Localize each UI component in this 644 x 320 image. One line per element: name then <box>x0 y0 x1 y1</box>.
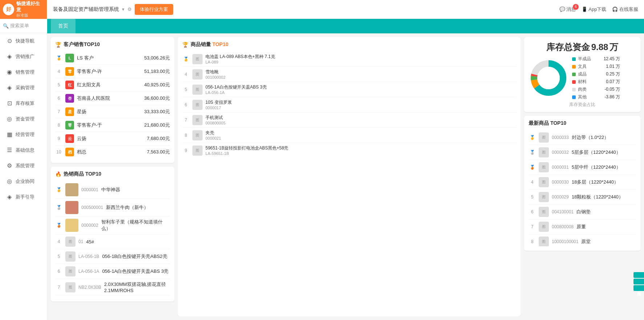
logo-icon: 好 <box>3 4 14 15</box>
sidebar-item-quick-nav[interactable]: ⊙ 快捷导航 <box>0 33 47 49</box>
rank: 🥇 <box>182 57 189 62</box>
rank: 🥈 <box>55 205 62 210</box>
rank: 7 <box>529 224 536 229</box>
donut-chart-area: 半成品 12.45 万 文具 1.01 万 成品 0.25 万 <box>529 56 636 100</box>
rank: 🥉 <box>529 165 536 170</box>
sidebar-item-basic-info[interactable]: ☰ 基础信息 <box>0 142 47 158</box>
rank: 🥇 <box>55 56 62 61</box>
list-item: 5 图 0000029 18颗粒板（1220*2440） <box>529 190 636 205</box>
list-item: 7 图 NB2.0X30B 2.0X30MM双搓花轴,搓花直径2.1MM/ROH… <box>55 279 170 296</box>
list-item: 5 图 056-1A白色按键开关盖ABS 3壳 LA-056-1A <box>182 82 516 97</box>
inventory-sub-label: 库存资金占比 <box>529 102 636 108</box>
sidebar-item-marketing[interactable]: ◈ 营销推广 <box>0 49 47 64</box>
rank: 4 <box>182 72 189 77</box>
sidebar-item-cooperation[interactable]: ◎ 企业协同 <box>0 173 47 189</box>
list-item: 8 零 零售客户-于 21,680.00元 <box>55 119 170 132</box>
rank: 7 <box>55 109 62 114</box>
rank: 7 <box>182 118 189 123</box>
tab-home[interactable]: 首页 <box>51 19 76 33</box>
newest-products-card: 最新商品 TOP10 🥇 图 0000033 封边带（1.0*22） 🥈 图 0… <box>524 116 640 251</box>
product-image-placeholder: 图 <box>192 69 203 79</box>
product-image-placeholder: 图 <box>192 100 203 110</box>
rank: 10 <box>55 149 62 155</box>
list-item: 8 图 0000011 12070519-xs <box>55 296 170 297</box>
nav-icon: ⚙ <box>6 162 13 169</box>
middle-section: 🏆 商品销量 TOP10 🥇 图 电池盖 LA-089 ABS本色+黑种 7.1… <box>178 37 521 316</box>
trial-button[interactable]: 体验行业方案 <box>135 4 173 15</box>
rank: 4 <box>55 239 62 244</box>
product-image <box>65 219 78 232</box>
rank: 9 <box>182 148 189 153</box>
sidebar-item-sales[interactable]: ◉ 销售管理 <box>0 64 47 80</box>
logo-text: 畅捷通好生意 标准版 <box>16 1 44 19</box>
product-sale-top10-title: 🏆 商品销量 TOP10 <box>182 41 516 48</box>
cs-live-button[interactable]: 直播 <box>633 285 644 291</box>
legend-item: 其他 -3.86 万 <box>572 94 620 100</box>
online-service-button[interactable]: 🎧 在线客服 <box>612 6 638 13</box>
nav-icon: ◈ <box>6 193 13 200</box>
list-item: 7 星 星扬 33,333.00元 <box>55 105 170 119</box>
newest-products-list: 🥇 图 0000033 封边带（1.0*22） 🥈 图 0000032 5层多层… <box>529 130 636 246</box>
hot-products-list: 🥇 0000001 中华神器 🥈 000500001 新西兰牛肉（新牛） 🥉 <box>55 181 170 297</box>
avatar: 杏 <box>65 94 74 103</box>
sidebar-item-finance[interactable]: ◎ 资金管理 <box>0 111 47 127</box>
sidebar: 好 畅捷通好生意 标准版 🔍 搜索菜单 ⊙ 快捷导航 ◈ 营销推广 ◉ 销售管理… <box>0 0 47 320</box>
product-image-placeholder: 图 <box>539 132 549 143</box>
list-item: 8 图 10000100001 原堂 <box>529 234 636 246</box>
product-image <box>65 183 78 196</box>
search-menu[interactable]: 🔍 搜索菜单 <box>0 19 47 33</box>
nav-icon: ⊙ <box>6 37 13 44</box>
product-sale-list: 🥇 图 电池盖 LA-089 ABS本色+黑种 7.1克 LA-089 4 图 … <box>182 52 516 158</box>
rank: 6 <box>55 96 62 101</box>
cs-community-button[interactable]: 服务社区 <box>633 279 644 284</box>
sidebar-item-system[interactable]: ⚙ 系统管理 <box>0 158 47 173</box>
product-image-placeholder: 图 <box>192 145 203 156</box>
legend-dot <box>572 57 576 61</box>
rank: 5 <box>55 254 62 259</box>
product-image-placeholder: 图 <box>539 147 549 157</box>
sidebar-logo: 好 畅捷通好生意 标准版 <box>0 0 47 19</box>
nav-icon: ◎ <box>6 178 13 185</box>
rank: 🥉 <box>55 223 62 228</box>
app-download-button[interactable]: 📱 App下载 <box>582 6 606 13</box>
product-image-placeholder: 图 <box>65 251 76 262</box>
rank: 🥈 <box>529 150 536 155</box>
sidebar-item-inventory[interactable]: ⊡ 库存核算 <box>0 95 47 111</box>
customer-top10-card: 🏆 客户销售TOP10 🥇 L LS 客户 53,006.26元 4 零 零售客… <box>51 37 174 163</box>
sidebar-item-guide[interactable]: ◈ 新手引导 <box>0 189 47 205</box>
legend-dot <box>572 88 576 91</box>
legend-item: 成品 0.25 万 <box>572 71 620 77</box>
list-item: 6 图 004100001 白钢垫 <box>529 205 636 220</box>
legend-item: 肉类 -0.05 万 <box>572 86 620 93</box>
cs-hotline-button[interactable]: 客服热线 <box>633 272 644 278</box>
nav-icon: ◈ <box>6 84 13 91</box>
svg-point-5 <box>537 67 560 89</box>
nav-icon: ☰ <box>6 147 13 153</box>
legend-dot <box>572 73 576 76</box>
avatar: 零 <box>65 67 74 76</box>
content-area: 🏆 客户销售TOP10 🥇 L LS 客户 53,006.26元 4 零 零售客… <box>47 33 644 320</box>
product-image-placeholder: 图 <box>539 207 549 217</box>
product-image-placeholder: 图 <box>539 162 549 172</box>
right-section: 库存总资金 9.88 万 <box>524 37 640 316</box>
settings-icon[interactable]: ⚙ <box>127 7 132 12</box>
avatar: 红 <box>65 81 74 89</box>
main-area: 装备及固定资产辅助管理系统 ▾ ⚙ 体验行业方案 💬 消息 6 📱 App下载 … <box>47 0 644 320</box>
list-item: 9 云 云扬 7,680.00元 <box>55 132 170 145</box>
product-sale-top10-card: 🏆 商品销量 TOP10 🥇 图 电池盖 LA-089 ABS本色+黑种 7.1… <box>178 37 521 316</box>
top-bar-left: 装备及固定资产辅助管理系统 ▾ ⚙ 体验行业方案 <box>53 4 173 15</box>
rank: 6 <box>529 209 536 214</box>
avatar: 零 <box>65 121 74 130</box>
inventory-card: 库存总资金 9.88 万 <box>524 37 640 112</box>
sidebar-item-operations[interactable]: ▦ 经营管理 <box>0 127 47 142</box>
list-item: 🥇 L LS 客户 53,006.26元 <box>55 52 170 65</box>
sidebar-item-purchase[interactable]: ◈ 采购管理 <box>0 80 47 95</box>
rank: 5 <box>182 87 189 92</box>
list-item: 🥇 图 0000033 封边带（1.0*22） <box>529 130 636 145</box>
message-button[interactable]: 💬 消息 6 <box>559 6 576 13</box>
nav-icon: ◎ <box>6 115 13 122</box>
phone-icon: 📱 <box>582 7 587 12</box>
product-image-placeholder: 图 <box>192 54 203 64</box>
message-icon: 💬 <box>559 7 565 12</box>
donut-chart <box>529 58 568 98</box>
